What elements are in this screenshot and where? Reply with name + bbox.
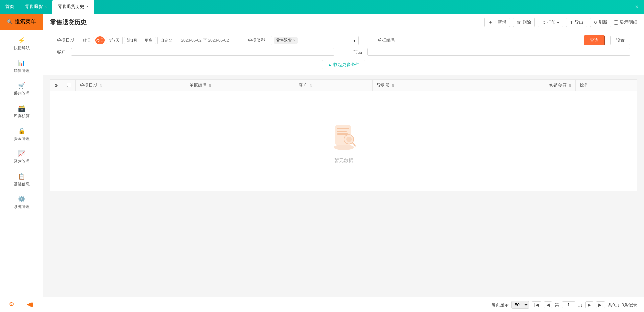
inventory-icon: 🗃️ [18, 105, 25, 112]
amount-sort-icon: ⇅ [569, 84, 571, 87]
doc-type-tag-close[interactable]: × [293, 38, 296, 43]
sidebar-item-sales-mgmt[interactable]: 📊 销售管理 [0, 55, 43, 78]
date-btn-more[interactable]: 更多 [142, 37, 156, 44]
table-settings-icon[interactable]: ⚙ [54, 83, 58, 88]
page-title-row: 零售退货历史 ＋ + 新增 🗑 删除 🖨 打印 ▾ [50, 18, 637, 27]
print-chevron-icon: ▾ [557, 20, 559, 25]
main-layout: 🔍 搜索菜单 ⚡ 快捷导航 📊 销售管理 🛒 采购管理 🗃️ 库存核算 🔒 [0, 14, 644, 312]
th-customer[interactable]: 客户 ⇅ [294, 80, 373, 91]
filter-row-2: 客户 ... 商品 ... [57, 48, 630, 56]
collapse-filter-button[interactable]: ▲ 收起更多条件 [322, 60, 365, 69]
settings-button[interactable]: 设置 [610, 36, 630, 45]
svg-line-7 [352, 143, 355, 146]
per-page-label: 每页显示 [491, 302, 509, 308]
sidebar: 🔍 搜索菜单 ⚡ 快捷导航 📊 销售管理 🛒 采购管理 🗃️ 库存核算 🔒 [0, 14, 43, 312]
sidebar-item-finance[interactable]: 🔒 资金管理 [0, 123, 43, 146]
sidebar-item-purchase-mgmt[interactable]: 🛒 采购管理 [0, 78, 43, 101]
date-btn-custom[interactable]: 自定义 [157, 37, 175, 44]
finance-icon: 🔒 [18, 127, 25, 135]
customer-input[interactable]: ... [71, 48, 334, 56]
doc-no-label: 单据编号 [378, 37, 395, 43]
tab-home[interactable]: 首页 [0, 0, 20, 14]
delete-label: 删除 [522, 19, 531, 25]
date-range-display: 2023-06-02 至 2023-06-02 [181, 38, 229, 43]
print-button[interactable]: 🖨 打印 ▾ [538, 18, 563, 27]
tab-retail-return[interactable]: 零售退货 × [20, 0, 52, 14]
tab-retail-return-close[interactable]: × [45, 4, 47, 9]
date-filter-btns: 昨天 今天 近7天 近1月 更多 自定义 [80, 36, 175, 44]
th-customer-label: 客户 [299, 83, 307, 88]
page-suffix-label: 页 [578, 302, 582, 308]
goods-input[interactable]: ... [367, 48, 631, 56]
doc-type-tag-text: 零售退货 [276, 38, 292, 43]
th-guide[interactable]: 导购员 ⇅ [373, 80, 466, 91]
date-btn-1month[interactable]: 近1月 [124, 37, 141, 44]
sidebar-settings-btn[interactable]: ⚙ [9, 301, 14, 307]
sidebar-item-inventory-label: 库存核算 [14, 113, 30, 119]
sidebar-search[interactable]: 🔍 搜索菜单 [0, 14, 43, 30]
page-title: 零售退货历史 [50, 18, 87, 26]
print-icon: 🖨 [541, 20, 546, 25]
doc-type-chevron-icon: ▾ [353, 38, 356, 43]
empty-text: 暂无数据 [334, 158, 353, 164]
top-bar: 首页 零售退货 × 零售退货历史 × × [0, 0, 644, 14]
per-page-select[interactable]: 50 10 20 100 [511, 301, 529, 309]
table-footer: 每页显示 50 10 20 100 |◀ ◀ 第 页 ▶ ▶| 共0页, 0条记… [43, 297, 644, 312]
purchase-icon: 🛒 [18, 82, 25, 89]
sidebar-search-label: 搜索菜单 [15, 18, 36, 25]
sidebar-nav: ⚡ 快捷导航 📊 销售管理 🛒 采购管理 🗃️ 库存核算 🔒 资金管理 📈 [0, 30, 43, 296]
sidebar-item-inventory[interactable]: 🗃️ 库存核算 [0, 101, 43, 123]
filter-row-1: 单据日期 昨天 今天 近7天 近1月 更多 自定义 2023-06-02 至 2… [57, 35, 630, 45]
doc-type-select[interactable]: 零售退货 × ▾ [271, 36, 359, 45]
settings-label: 设置 [616, 38, 625, 43]
sidebar-item-finance-label: 资金管理 [14, 136, 30, 142]
sidebar-item-basic-info[interactable]: 📋 基础信息 [0, 169, 43, 191]
add-icon: ＋ [488, 19, 493, 25]
th-doc-date[interactable]: 单据日期 ⇅ [76, 80, 185, 91]
doc-type-label: 单据类型 [248, 37, 265, 43]
show-detail-checkbox-label[interactable]: 显示明细 [614, 19, 637, 25]
add-button[interactable]: ＋ + 新增 [484, 18, 510, 27]
system-icon: ⚙️ [18, 195, 25, 203]
first-page-btn[interactable]: |◀ [532, 301, 541, 308]
sidebar-item-sales-mgmt-label: 销售管理 [14, 68, 30, 74]
page-number-input[interactable] [562, 301, 575, 308]
page-prefix-label: 第 [555, 302, 559, 308]
svg-rect-4 [337, 133, 348, 135]
th-doc-no[interactable]: 单据编号 ⇅ [185, 80, 294, 91]
basic-info-icon: 📋 [18, 173, 25, 180]
last-page-btn[interactable]: ▶| [596, 301, 605, 308]
add-label: + 新增 [494, 19, 506, 25]
tab-retail-return-history-close[interactable]: × [86, 4, 89, 9]
window-close-button[interactable]: × [629, 3, 644, 10]
th-amount[interactable]: 实销金额 ⇅ [466, 80, 576, 91]
date-btn-yesterday[interactable]: 昨天 [80, 37, 94, 44]
date-btn-7days[interactable]: 近7天 [106, 37, 123, 44]
tab-retail-return-history[interactable]: 零售退货历史 × [52, 0, 94, 14]
show-detail-checkbox[interactable] [614, 20, 618, 25]
prev-page-btn[interactable]: ◀ [544, 301, 552, 308]
date-btn-today[interactable]: 今天 [95, 36, 105, 44]
next-page-btn[interactable]: ▶ [585, 301, 593, 308]
sidebar-item-quick-nav-label: 快捷导航 [14, 45, 30, 51]
sidebar-item-quick-nav[interactable]: ⚡ 快捷导航 [0, 32, 43, 55]
doc-no-input[interactable] [401, 37, 578, 44]
sales-icon: 📊 [18, 59, 25, 67]
query-label: 查询 [590, 38, 599, 43]
empty-icon [327, 118, 361, 152]
query-button[interactable]: 查询 [584, 35, 605, 45]
customer-placeholder-text: ... [74, 49, 78, 54]
th-checkbox[interactable] [63, 80, 76, 91]
export-button[interactable]: ⬆ 导出 [566, 18, 587, 27]
sidebar-speaker-btn[interactable]: ◀▮ [27, 301, 34, 307]
th-settings[interactable]: ⚙ [50, 80, 63, 91]
svg-point-6 [346, 137, 352, 142]
delete-button[interactable]: 🗑 删除 [513, 18, 535, 27]
sidebar-item-system-mgmt[interactable]: ⚙️ 系统管理 [0, 191, 43, 214]
sidebar-item-operations[interactable]: 📈 经营管理 [0, 146, 43, 169]
doc-no-sort-icon: ⇅ [209, 84, 211, 87]
svg-rect-2 [337, 128, 349, 129]
select-all-checkbox[interactable] [67, 83, 71, 87]
refresh-button[interactable]: ↻ 刷新 [590, 18, 611, 27]
th-doc-no-label: 单据编号 [189, 83, 207, 88]
